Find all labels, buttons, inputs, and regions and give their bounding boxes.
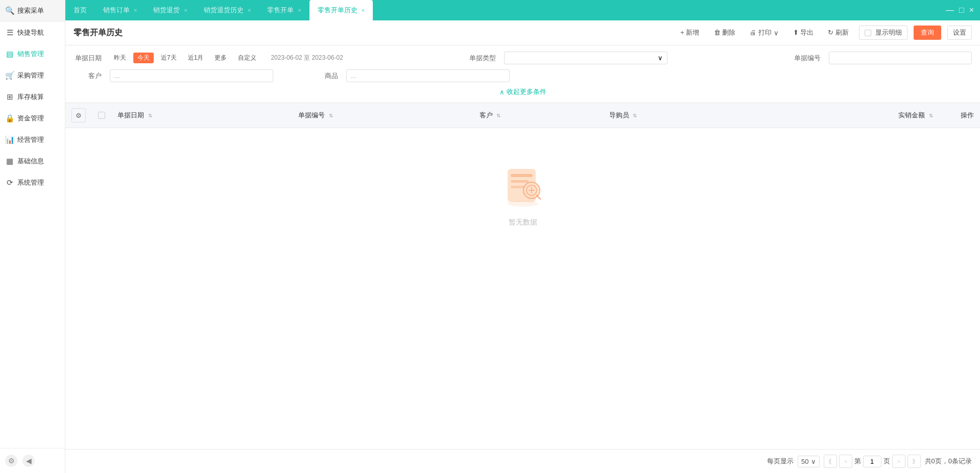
- sidebar-item-quick-nav[interactable]: ☰ 快捷导航: [0, 22, 65, 43]
- tab-sales-return-label: 销货退货: [153, 6, 180, 15]
- collapse-arrow: ∧: [499, 88, 505, 96]
- page-label-post: 页: [883, 457, 890, 466]
- tab-close-sales-return[interactable]: ×: [184, 7, 187, 13]
- refresh-label: ↻ 刷新: [828, 28, 849, 37]
- delete-label: 🗑 删除: [714, 28, 736, 37]
- refresh-button[interactable]: ↻ 刷新: [824, 26, 853, 39]
- system-icon: ⟳: [5, 178, 14, 187]
- print-arrow-icon: ∨: [774, 29, 779, 37]
- tab-sales-order-label: 销售订单: [103, 6, 130, 15]
- filter-area: 单据日期 昨天 今天 近7天 近1月 更多 自定义 2023-06-02 至 2…: [65, 45, 980, 103]
- th-date: 单据日期 ⇅: [111, 103, 292, 128]
- settings-button[interactable]: 设置: [947, 26, 972, 40]
- empty-illustration: [497, 159, 548, 210]
- query-button[interactable]: 查询: [914, 26, 941, 40]
- tab-close-retail-open-history[interactable]: ×: [362, 7, 365, 13]
- print-label: 🖨 打印: [750, 28, 772, 37]
- tab-sales-order[interactable]: 销售订单 ×: [95, 0, 145, 20]
- sort-date-icon[interactable]: ⇅: [148, 113, 152, 118]
- pagination: 每页显示 50 ∨ ⟪ ＜ 第 页 ＞ ⟫ 共0页，0条记录: [65, 449, 980, 473]
- first-page-btn[interactable]: ⟪: [824, 455, 837, 468]
- sort-number-icon[interactable]: ⇅: [329, 113, 333, 118]
- th-number: 单据编号 ⇅: [292, 103, 473, 128]
- settings-label: 设置: [953, 28, 966, 37]
- customer-dots: ...: [114, 72, 120, 80]
- tab-close-sales-return-history[interactable]: ×: [248, 7, 251, 13]
- filter-row-customer: 客户 ... 商品 ...: [74, 69, 972, 82]
- number-input[interactable]: [829, 52, 972, 64]
- tab-retail-open[interactable]: 零售开单 ×: [259, 0, 309, 20]
- page-label-pre: 第: [854, 457, 861, 466]
- sidebar-item-label: 快捷导航: [17, 28, 44, 37]
- th-salesperson: 导购员 ⇅: [603, 103, 758, 128]
- th-checkbox: [92, 103, 111, 128]
- date-buttons: 昨天 今天 近7天 近1月 更多 自定义: [110, 53, 260, 63]
- sidebar-item-sales[interactable]: ▤ 销售管理: [0, 43, 65, 65]
- sidebar-item-inventory[interactable]: ⊞ 库存核算: [0, 86, 65, 108]
- date-btn-today[interactable]: 今天: [133, 53, 154, 63]
- sidebar-item-system[interactable]: ⟳ 系统管理: [0, 172, 65, 193]
- add-button[interactable]: + 新增: [676, 26, 703, 39]
- next-page-btn[interactable]: ＞: [892, 455, 905, 468]
- table-wrapper: ⚙ 单据日期 ⇅ 单据编号 ⇅: [65, 103, 980, 449]
- type-select-arrow: ∨: [658, 54, 663, 62]
- print-button[interactable]: 🖨 打印 ∨: [746, 26, 783, 39]
- th-settings: ⚙: [65, 103, 92, 128]
- empty-text: 暂无数据: [509, 218, 537, 227]
- sidebar-item-label: 经营管理: [17, 135, 44, 144]
- tab-retail-open-label: 零售开单: [267, 6, 294, 15]
- date-btn-more[interactable]: 更多: [210, 53, 231, 63]
- sidebar-item-label: 系统管理: [17, 178, 44, 187]
- sort-salesperson-icon[interactable]: ⇅: [633, 113, 637, 118]
- export-label: ⬆ 导出: [793, 28, 814, 37]
- window-maximize[interactable]: □: [959, 6, 964, 15]
- type-select[interactable]: ∨: [504, 52, 667, 64]
- collapse-sidebar-icon[interactable]: ◀: [22, 455, 35, 467]
- prev-page-btn[interactable]: ＜: [839, 455, 852, 468]
- export-button[interactable]: ⬆ 导出: [789, 26, 818, 39]
- last-page-btn[interactable]: ⟫: [907, 455, 921, 468]
- window-close[interactable]: ×: [969, 6, 974, 15]
- goods-select[interactable]: ...: [346, 69, 510, 82]
- th-amount: 实销金额 ⇅: [758, 103, 939, 128]
- sidebar-item-purchase[interactable]: 🛒 采购管理: [0, 65, 65, 86]
- page-size-select[interactable]: 50 ∨: [798, 456, 819, 467]
- sort-amount-icon[interactable]: ⇅: [929, 113, 933, 118]
- sidebar-item-label: 资金管理: [17, 114, 44, 123]
- date-label: 单据日期: [74, 54, 102, 63]
- date-btn-1month[interactable]: 近1月: [184, 53, 208, 63]
- tab-sales-return[interactable]: 销货退货 ×: [145, 0, 195, 20]
- tab-retail-open-history[interactable]: 零售开单历史 ×: [309, 0, 373, 20]
- collapse-label: 收起更多条件: [507, 87, 546, 96]
- operation-icon: 📊: [5, 135, 14, 144]
- delete-button[interactable]: 🗑 删除: [710, 26, 740, 39]
- column-settings-icon[interactable]: ⚙: [71, 108, 86, 122]
- page-input[interactable]: [863, 456, 881, 467]
- window-controls: — □ ×: [946, 6, 980, 15]
- collapse-button[interactable]: ∧ 收起更多条件: [74, 87, 972, 96]
- settings-bottom-icon[interactable]: ⚙: [5, 455, 17, 467]
- sidebar-item-operation[interactable]: 📊 经营管理: [0, 129, 65, 151]
- tab-home[interactable]: 首页: [65, 0, 95, 20]
- tab-sales-return-history[interactable]: 销货退货历史 ×: [196, 0, 259, 20]
- sidebar-item-label: 基础信息: [17, 157, 44, 166]
- sidebar-item-finance[interactable]: 🔒 资金管理: [0, 108, 65, 129]
- show-detail-button[interactable]: 显示明细: [859, 26, 907, 40]
- window-minimize[interactable]: —: [946, 6, 954, 15]
- sidebar-item-basic[interactable]: ▦ 基础信息: [0, 151, 65, 172]
- sidebar-search-label: 搜索采单: [17, 6, 44, 15]
- tab-close-retail-open[interactable]: ×: [298, 7, 301, 13]
- purchase-icon: 🛒: [5, 71, 14, 80]
- tab-close-sales-order[interactable]: ×: [134, 7, 137, 13]
- date-btn-yesterday[interactable]: 昨天: [110, 53, 130, 63]
- show-detail-label: 显示明细: [875, 28, 902, 37]
- date-btn-7days[interactable]: 近7天: [157, 53, 181, 63]
- number-label: 单据编号: [793, 54, 821, 63]
- select-all-checkbox[interactable]: [98, 112, 105, 119]
- customer-select[interactable]: ...: [110, 69, 273, 82]
- customer-label: 客户: [74, 71, 102, 81]
- sort-customer-icon[interactable]: ⇅: [496, 113, 500, 118]
- sidebar-search[interactable]: 🔍 搜索采单: [0, 0, 65, 22]
- query-label: 查询: [921, 28, 934, 37]
- date-btn-custom[interactable]: 自定义: [234, 53, 260, 63]
